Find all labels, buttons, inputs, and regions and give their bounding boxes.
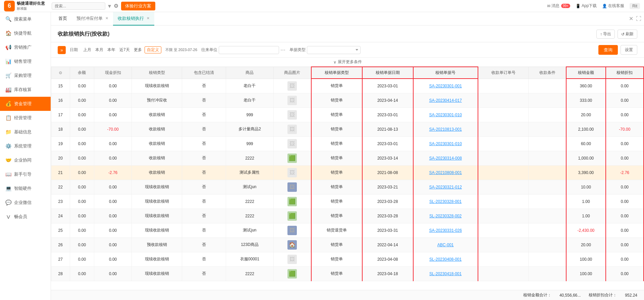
cell-write-off-bill-no[interactable]: SA-20230301-010 bbox=[413, 136, 478, 151]
cell-receipt-order-no bbox=[478, 79, 529, 93]
sidebar-item-guide[interactable]: 📖 新手引导 bbox=[0, 167, 51, 181]
sidebar-item-inventory[interactable]: 🏭 库存核算 bbox=[0, 83, 51, 97]
sidebar-item-marketing[interactable]: 📢 营销推广 bbox=[0, 40, 51, 54]
cell-write-off-discount: 0.00 bbox=[606, 209, 644, 223]
sidebar-item-label: 销售管理 bbox=[14, 58, 32, 65]
cell-product: 2222 bbox=[226, 209, 274, 223]
cell-write-off-bill-type: 销货单 bbox=[311, 266, 362, 281]
sidebar-item-management[interactable]: 📋 经营管理 bbox=[0, 111, 51, 125]
cell-write-off-bill-no[interactable]: SA-20210813-001 bbox=[413, 122, 478, 136]
sidebar-item-hardware[interactable]: 💻 智能硬件 bbox=[0, 181, 51, 196]
cell-receipt-order-no bbox=[478, 165, 529, 180]
tab-prepay[interactable]: 预付冲应付单 ✕ bbox=[72, 12, 113, 26]
sidebar-item-label: 企业微信 bbox=[14, 200, 32, 206]
cell-write-off-bill-no[interactable]: SL-20230328-001 bbox=[413, 194, 478, 209]
top-bar-mid: ▾ ⚙ 体验行业方案 bbox=[52, 2, 543, 10]
cell-receipt-condition bbox=[529, 180, 566, 194]
sidebar-item-sales[interactable]: 📊 销售管理 bbox=[0, 54, 51, 69]
maximize-icon[interactable]: ⛶ bbox=[636, 16, 641, 22]
cell-id: 16 bbox=[51, 93, 70, 108]
product-image: 🟩 bbox=[287, 154, 297, 163]
bill-type-filter-label: 单据类型 bbox=[289, 47, 306, 53]
cell-write-off-bill-date: 2023-03-01 bbox=[362, 136, 413, 151]
tab-close-prepay[interactable]: ✕ bbox=[105, 16, 108, 20]
date-last-month[interactable]: 上月 bbox=[82, 46, 93, 53]
cell-write-off-bill-no[interactable]: SA-20230321-012 bbox=[413, 180, 478, 194]
filter-expand-button[interactable]: » bbox=[58, 46, 66, 54]
cell-write-off-bill-no[interactable]: SL-20230328-002 bbox=[413, 209, 478, 223]
table-row: 270.000.00现续收款核销否衣服00001🖼销货单2023-04-08SL… bbox=[51, 252, 644, 266]
dropdown-icon[interactable]: ▾ bbox=[108, 2, 111, 10]
partner-filter-dots[interactable]: ··· bbox=[280, 46, 285, 53]
date-this-year[interactable]: 本年 bbox=[106, 46, 117, 53]
service-icon: 👤 bbox=[602, 4, 607, 8]
partner-filter-label: 往来单位 bbox=[201, 47, 217, 53]
sidebar-item-basic-info[interactable]: 📁 基础信息 bbox=[0, 125, 51, 139]
cell-write-off-bill-no[interactable]: SA-20230301-001 bbox=[413, 79, 478, 93]
cell-write-off-discount: 0.00 bbox=[606, 238, 644, 252]
cell-receipt-order-no bbox=[478, 223, 529, 238]
cell-write-off-bill-no[interactable]: SA-20210808-001 bbox=[413, 165, 478, 180]
query-button[interactable]: 查询 bbox=[598, 45, 618, 55]
cell-write-off-bill-no[interactable]: SL-20230418-001 bbox=[413, 266, 478, 281]
cell-write-off-bill-type: 销货单 bbox=[311, 151, 362, 165]
online-service-button[interactable]: 👤 在线客服 bbox=[602, 3, 624, 9]
tab-home[interactable]: 首页 bbox=[54, 12, 72, 26]
cell-write-off-bill-no[interactable]: SA-20230301-010 bbox=[413, 108, 478, 122]
date-custom-btn[interactable]: 自定义 bbox=[145, 46, 161, 53]
cell-product: 2222 bbox=[226, 151, 274, 165]
cell-receipt-condition bbox=[529, 165, 566, 180]
date-recent7[interactable]: 近7天 bbox=[118, 46, 131, 53]
close-window-icon[interactable]: ✕ bbox=[629, 15, 633, 22]
date-this-month[interactable]: 本月 bbox=[94, 46, 105, 53]
cell-write-off-bill-no[interactable]: ABC-001 bbox=[413, 238, 478, 252]
cell-product-img: 🟩 bbox=[273, 151, 311, 165]
cell-write-off-type: 现续收款核销 bbox=[131, 180, 182, 194]
sidebar-item-collab[interactable]: 🤝 企业协同 bbox=[0, 153, 51, 167]
partner-filter-input[interactable] bbox=[219, 46, 279, 54]
cell-write-off-amount: 100.00 bbox=[566, 252, 606, 266]
sidebar-item-finance[interactable]: 💰 资金管理 bbox=[0, 97, 51, 111]
cell-balance: 0.00 bbox=[70, 136, 94, 151]
bill-type-filter-select[interactable] bbox=[307, 46, 361, 54]
cell-receipt-order-no bbox=[478, 209, 529, 223]
product-image: 🖼 bbox=[287, 139, 297, 148]
tab-write-off[interactable]: 收款核销执行 ✕ bbox=[113, 12, 154, 26]
th-settings[interactable]: ⚙ bbox=[51, 67, 70, 79]
cell-receipt-order-no bbox=[478, 122, 529, 136]
cell-write-off-amount: 20.00 bbox=[566, 238, 606, 252]
sidebar-item-vip[interactable]: V 畅会员 bbox=[0, 210, 51, 224]
messages-button[interactable]: ✉ 消息 99+ bbox=[547, 3, 570, 9]
export-button[interactable]: ↑ 导出 bbox=[596, 30, 615, 39]
tab-label: 首页 bbox=[58, 15, 67, 22]
sidebar-item-quicknav[interactable]: 🏠 快捷导航 bbox=[0, 26, 51, 40]
sidebar-item-search[interactable]: 🔍 搜索菜单 bbox=[0, 12, 51, 26]
tab-close-write-off[interactable]: ✕ bbox=[147, 16, 150, 20]
sidebar-item-system[interactable]: ⚙️ 系统管理 bbox=[0, 139, 51, 153]
cell-write-off-bill-no[interactable]: SA-20230414-017 bbox=[413, 93, 478, 108]
date-more[interactable]: 更多 bbox=[132, 46, 143, 53]
th-receipt-order-no: 收款单订单号 bbox=[478, 67, 529, 79]
app-download-button[interactable]: 📱 App下载 bbox=[576, 3, 597, 9]
settings-icon[interactable]: ⚙ bbox=[114, 3, 118, 9]
product-image: 🖼 bbox=[287, 182, 297, 192]
cell-write-off-bill-no[interactable]: SL-20230408-001 bbox=[413, 252, 478, 266]
table-row: 170.000.00收款核销否999🖼销货单2023-03-01SA-20230… bbox=[51, 108, 644, 122]
cell-write-off-bill-type: 销货退货单 bbox=[311, 223, 362, 238]
setting-button[interactable]: 设置 bbox=[621, 45, 637, 55]
cell-receipt-condition bbox=[529, 79, 566, 93]
sidebar-item-purchase[interactable]: 🛒 采购管理 bbox=[0, 69, 51, 83]
cell-balance: 0.00 bbox=[70, 93, 94, 108]
search-input[interactable] bbox=[52, 2, 105, 10]
refresh-button[interactable]: ↺ 刷新 bbox=[618, 30, 637, 39]
cell-receipt-order-no bbox=[478, 194, 529, 209]
sidebar-item-weixin[interactable]: 💬 企业微信 bbox=[0, 196, 51, 210]
table-row: 280.000.00现续收款核销否2222🟩销货单2023-04-18SL-20… bbox=[51, 266, 644, 281]
finance-icon: 💰 bbox=[5, 101, 11, 107]
home-icon: 🏠 bbox=[5, 30, 11, 36]
expand-more-button[interactable]: ∨ 展开更多条件 bbox=[333, 59, 362, 65]
industry-button[interactable]: 体验行业方案 bbox=[121, 2, 155, 10]
cell-write-off-bill-no[interactable]: SA-20230314-008 bbox=[413, 151, 478, 165]
cell-write-off-bill-no[interactable]: SA-20230331-026 bbox=[413, 223, 478, 238]
user-menu[interactable]: Rit bbox=[630, 3, 640, 9]
